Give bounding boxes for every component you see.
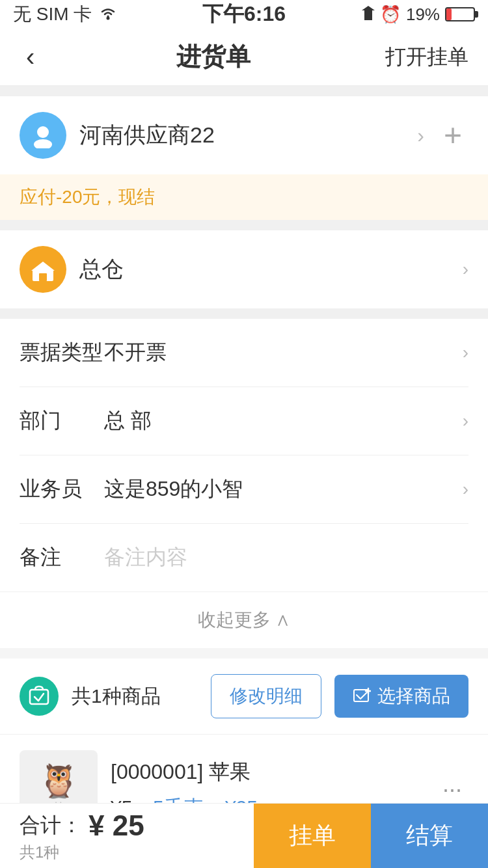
hang-button[interactable]: 挂单 [254, 804, 371, 868]
edit-detail-button[interactable]: 修改明细 [211, 674, 321, 718]
back-button[interactable]: ‹ [20, 36, 41, 78]
bottom-bar: 合计： ¥ 25 共1种 挂单 结算 [0, 803, 488, 868]
battery-icon [445, 7, 475, 21]
status-time: 下午6:16 [202, 0, 286, 29]
warehouse-icon [20, 246, 66, 293]
warehouse-name: 总仓 [79, 254, 463, 284]
wifi-icon [98, 4, 118, 25]
nav-bar: ‹ 进货单 打开挂单 [0, 29, 488, 86]
supplier-chevron: › [417, 124, 424, 148]
battery-fill [446, 8, 452, 20]
remark-input[interactable]: 备注内容 [104, 543, 468, 572]
supplier-row[interactable]: 河南供应商22 › + [0, 96, 488, 174]
svg-marker-4 [31, 262, 55, 271]
status-bar: 无 SIM 卡 下午6:16 ⏰ 19% [0, 0, 488, 29]
total-sub: 共1种 [20, 842, 234, 863]
supplier-avatar [20, 112, 66, 159]
add-supplier-button[interactable]: + [437, 120, 468, 151]
product-count: 共1种商品 [72, 683, 198, 710]
remark-row[interactable]: 备注 备注内容 [0, 524, 488, 591]
svg-point-0 [107, 17, 110, 20]
sales-person-row[interactable]: 业务员 这是859的小智 › [0, 455, 488, 523]
sales-person-label: 业务员 [20, 475, 104, 504]
remark-label: 备注 [20, 543, 104, 572]
supplier-name: 河南供应商22 [79, 120, 417, 150]
product-code: [0000001] [111, 760, 209, 783]
alarm-icon: ⏰ [380, 5, 401, 25]
department-chevron: › [463, 411, 468, 431]
svg-rect-5 [39, 273, 47, 281]
total-label: 合计： [20, 811, 82, 840]
section-divider-1 [0, 86, 488, 96]
product-icon [20, 677, 59, 716]
svg-rect-6 [30, 690, 48, 704]
carrier-text: 无 SIM 卡 [13, 2, 92, 27]
product-title: 苹果 [209, 760, 251, 783]
checkout-button[interactable]: 结算 [371, 804, 488, 868]
collapse-button[interactable]: 收起更多 ∧ [0, 591, 488, 648]
supplier-section: 河南供应商22 › + 应付-20元，现结 [0, 96, 488, 220]
warehouse-section: 总仓 › [0, 230, 488, 308]
warehouse-chevron: › [463, 259, 468, 280]
product-more-button[interactable]: ··· [436, 776, 468, 803]
warehouse-row[interactable]: 总仓 › [0, 230, 488, 308]
section-divider-2 [0, 220, 488, 230]
invoice-section: 票据类型 不开票 › 部门 总 部 › 业务员 这是859的小智 › 备注 备注… [0, 319, 488, 591]
department-value: 总 部 [104, 407, 463, 435]
department-label: 部门 [20, 407, 104, 435]
select-product-label: 选择商品 [377, 684, 450, 709]
sales-person-value: 这是859的小智 [104, 475, 463, 504]
battery-text: 19% [406, 5, 440, 25]
svg-point-1 [37, 126, 49, 138]
invoice-type-value: 不开票 [104, 338, 463, 367]
product-name: [0000001] 苹果 [111, 758, 423, 787]
sales-person-chevron: › [463, 479, 468, 500]
svg-point-2 [34, 139, 52, 148]
invoice-type-row[interactable]: 票据类型 不开票 › [0, 319, 488, 387]
product-placeholder-icon: 🦉 [38, 762, 79, 800]
total-main: 合计： ¥ 25 [20, 809, 234, 842]
invoice-type-chevron: › [463, 342, 468, 363]
invoice-type-label: 票据类型 [20, 338, 104, 367]
product-header: 共1种商品 修改明细 选择商品 [0, 658, 488, 734]
supplier-notice: 应付-20元，现结 [0, 174, 488, 220]
status-right: ⏰ 19% [362, 5, 475, 25]
select-product-button[interactable]: 选择商品 [334, 675, 468, 718]
department-row[interactable]: 部门 总 部 › [0, 387, 488, 455]
page-title: 进货单 [176, 40, 251, 74]
status-left: 无 SIM 卡 [13, 2, 118, 27]
total-amount: ¥ 25 [88, 809, 144, 842]
section-divider-3 [0, 308, 488, 319]
total-section: 合计： ¥ 25 共1种 [0, 804, 254, 868]
location-icon [362, 5, 375, 25]
open-hang-button[interactable]: 打开挂单 [385, 43, 468, 72]
